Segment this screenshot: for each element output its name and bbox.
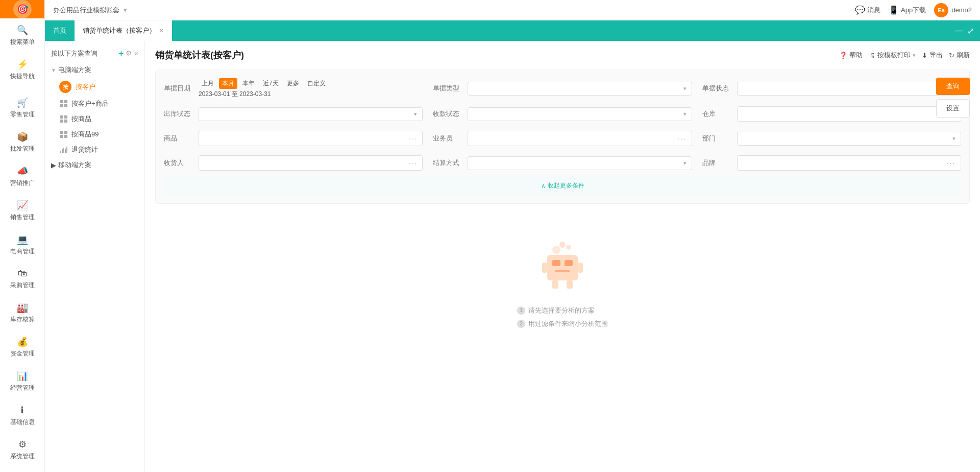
by-product-icon bbox=[59, 114, 68, 124]
avatar: Ea bbox=[934, 3, 948, 17]
mobile-group-arrow: ▶ bbox=[51, 161, 56, 169]
scheme-group-desktop-title[interactable]: ▼ 电脑端方案 bbox=[45, 62, 144, 78]
sidebar-item-purchase[interactable]: 🛍 采购管理 bbox=[0, 262, 45, 296]
scheme-item-by-product-99-label: 按商品99 bbox=[71, 130, 99, 139]
brand-select[interactable]: ··· bbox=[737, 155, 961, 171]
wholesale-icon: 📦 bbox=[17, 131, 28, 143]
svg-rect-13 bbox=[62, 149, 63, 153]
app-download-btn[interactable]: 📱 App下载 bbox=[889, 5, 926, 15]
tab-sales-stat[interactable]: 销货单统计表（按客户） ✕ bbox=[75, 20, 172, 41]
product-dots[interactable]: ··· bbox=[408, 134, 418, 143]
message-btn[interactable]: 💬 消息 bbox=[855, 5, 880, 15]
out-status-control[interactable]: ▾ bbox=[199, 107, 423, 121]
department-select[interactable]: ▾ bbox=[737, 132, 961, 146]
receiver-select[interactable]: ··· bbox=[199, 155, 423, 171]
salesperson-control[interactable]: ··· bbox=[468, 131, 692, 146]
date-range: 2023-03-01 至 2023-03-31 bbox=[199, 90, 423, 99]
sidebar-item-search[interactable]: 🔍 搜索菜单 bbox=[0, 18, 45, 53]
scheme-item-by-return[interactable]: 退货统计 bbox=[45, 142, 144, 157]
sidebar-item-inventory[interactable]: 🏭 库存核算 bbox=[0, 296, 45, 330]
sidebar-item-ecommerce[interactable]: 💻 电商管理 bbox=[0, 228, 45, 262]
sidebar-item-enterprise[interactable]: 🤝 企业协同 bbox=[0, 467, 45, 472]
user-area[interactable]: Ea demo2 bbox=[934, 3, 972, 17]
receiver-control[interactable]: ··· bbox=[199, 155, 423, 171]
scheme-settings-btn[interactable]: ⚙ bbox=[126, 49, 132, 58]
scheme-item-by-product[interactable]: 按商品 bbox=[45, 111, 144, 127]
svg-point-27 bbox=[559, 242, 566, 248]
sidebar-item-quick-nav[interactable]: ⚡ 快捷导航 bbox=[0, 53, 45, 87]
svg-rect-5 bbox=[64, 115, 67, 119]
brand-filter-row: 品牌 ··· bbox=[702, 154, 961, 172]
sidebar-item-wholesale[interactable]: 📦 批发管理 bbox=[0, 125, 45, 159]
scheme-group-mobile-title[interactable]: ▶ 移动端方案 bbox=[45, 157, 144, 173]
app-download-label: App下载 bbox=[901, 6, 926, 15]
date-tab-custom[interactable]: 自定义 bbox=[304, 78, 329, 89]
sidebar-item-system[interactable]: ⚙ 系统管理 bbox=[0, 433, 45, 467]
warehouse-select[interactable]: ··· bbox=[737, 106, 961, 122]
product-select[interactable]: ··· bbox=[199, 131, 423, 146]
app-title: 办公用品行业模拟账套 bbox=[53, 6, 119, 15]
date-tab-last-month[interactable]: 上月 bbox=[199, 78, 217, 89]
sidebar-item-retail[interactable]: 🛒 零售管理 bbox=[0, 91, 45, 125]
tab-close-btn[interactable]: ✕ bbox=[159, 27, 164, 34]
print-dropdown-arrow[interactable]: ▾ bbox=[913, 52, 916, 59]
desktop-group-label: 电脑端方案 bbox=[58, 65, 91, 75]
brand-dots[interactable]: ··· bbox=[946, 159, 955, 167]
product-control[interactable]: ··· bbox=[199, 131, 423, 146]
warehouse-control[interactable]: ··· bbox=[737, 106, 961, 122]
scheme-item-by-customer-product[interactable]: 按客户+商品 bbox=[45, 96, 144, 111]
settlement-select[interactable]: ▾ bbox=[468, 156, 692, 170]
maximize-btn[interactable]: ⤢ bbox=[967, 26, 974, 36]
page-actions: ❓ 帮助 🖨 按模板打印 ▾ ⬇ 导出 ↻ 刷新 bbox=[839, 51, 970, 60]
receipt-status-select[interactable]: ▾ bbox=[468, 107, 692, 121]
minimize-btn[interactable]: — bbox=[955, 26, 963, 35]
settlement-control[interactable]: ▾ bbox=[468, 156, 692, 170]
export-btn[interactable]: ⬇ 导出 bbox=[922, 51, 943, 60]
scheme-collapse-btn[interactable]: « bbox=[134, 49, 138, 58]
sidebar-item-operations[interactable]: 📊 经营管理 bbox=[0, 364, 45, 398]
sidebar-item-sales[interactable]: 📈 销售管理 bbox=[0, 194, 45, 228]
salesperson-select[interactable]: ··· bbox=[468, 131, 692, 146]
out-status-select[interactable]: ▾ bbox=[199, 107, 423, 121]
date-tab-last-7[interactable]: 近7天 bbox=[260, 78, 282, 89]
help-btn[interactable]: ❓ 帮助 bbox=[839, 51, 863, 60]
dropdown-icon[interactable]: ▾ bbox=[124, 6, 127, 14]
scheme-item-by-customer[interactable]: 按 按客户 bbox=[45, 78, 144, 96]
date-tab-this-year[interactable]: 本年 bbox=[239, 78, 258, 89]
doc-status-select[interactable]: ▾ bbox=[737, 82, 961, 96]
receiver-dots[interactable]: ··· bbox=[408, 159, 418, 167]
settings-button[interactable]: 设置 bbox=[936, 99, 970, 117]
receiver-filter-row: 收货人 ··· bbox=[164, 154, 423, 172]
department-control[interactable]: ▾ bbox=[737, 132, 961, 146]
mobile-group-label: 移动端方案 bbox=[58, 160, 91, 170]
sidebar-item-marketing[interactable]: 📣 营销推广 bbox=[0, 159, 45, 194]
product-label: 商品 bbox=[164, 134, 194, 143]
query-button[interactable]: 查询 bbox=[936, 78, 970, 95]
print-btn[interactable]: 🖨 按模板打印 ▾ bbox=[869, 51, 916, 60]
scheme-item-by-product-99[interactable]: 按商品99 bbox=[45, 127, 144, 142]
empty-tips: 1 请先选择要分析的方案 2 用过滤条件来缩小分析范围 bbox=[517, 304, 608, 331]
help-label: 帮助 bbox=[849, 51, 863, 60]
doc-type-select[interactable]: ▾ bbox=[468, 82, 692, 96]
app-download-icon: 📱 bbox=[889, 5, 899, 15]
tab-home[interactable]: 首页 bbox=[45, 20, 75, 41]
salesperson-dots[interactable]: ··· bbox=[677, 134, 687, 143]
sidebar-item-basic[interactable]: ℹ 基础信息 bbox=[0, 398, 45, 433]
date-tab-more[interactable]: 更多 bbox=[284, 78, 302, 89]
brand-control[interactable]: ··· bbox=[737, 155, 961, 171]
out-status-label: 出库状态 bbox=[164, 109, 194, 119]
refresh-btn[interactable]: ↻ 刷新 bbox=[949, 51, 970, 60]
sidebar-item-finance[interactable]: 💰 资金管理 bbox=[0, 330, 45, 364]
scheme-item-by-return-label: 退货统计 bbox=[71, 145, 98, 154]
scheme-add-btn[interactable]: + bbox=[119, 49, 124, 58]
doc-type-control[interactable]: ▾ bbox=[468, 82, 692, 96]
by-customer-product-icon bbox=[59, 99, 68, 108]
date-tab-this-month[interactable]: 本月 bbox=[219, 78, 237, 89]
svg-rect-12 bbox=[60, 151, 61, 153]
receipt-status-control[interactable]: ▾ bbox=[468, 107, 692, 121]
user-name: demo2 bbox=[951, 6, 972, 14]
doc-status-control[interactable]: ▾ bbox=[737, 82, 961, 96]
inventory-icon: 🏭 bbox=[17, 302, 28, 313]
collapse-bar[interactable]: ∧ 收起更多条件 bbox=[164, 176, 961, 195]
svg-rect-21 bbox=[542, 263, 547, 273]
